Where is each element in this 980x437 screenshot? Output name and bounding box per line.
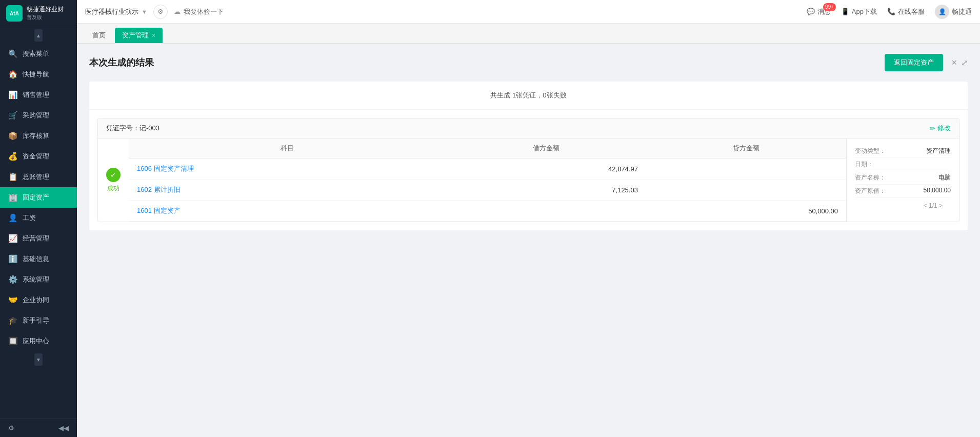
asset-value-label: 资产原值：	[855, 187, 886, 195]
sidebar-item-label: 新手引导	[23, 316, 49, 325]
message-button[interactable]: 💬 消息 99+	[807, 7, 831, 16]
asset-name-value: 电脑	[938, 173, 951, 182]
app-version: 普及版	[27, 14, 64, 21]
sidebar-item-system[interactable]: ⚙️ 系统管理	[0, 269, 77, 290]
page-title: 本次生成的结果	[89, 56, 154, 69]
voucher-edit-button[interactable]: ✏ 修改	[930, 124, 951, 133]
online-service-button[interactable]: 📞 在线客服	[887, 7, 925, 16]
sidebar-item-label: 经营管理	[23, 234, 49, 243]
system-icon: ⚙️	[8, 275, 17, 284]
sidebar-item-finance[interactable]: 💰 资金管理	[0, 146, 77, 167]
sidebar-item-quicknav[interactable]: 🏠 快捷导航	[0, 64, 77, 85]
sidebar-item-label: 总账管理	[23, 172, 49, 182]
sidebar-item-label: 工资	[23, 213, 36, 223]
row1-subject: 1606 固定资产清理	[129, 158, 446, 180]
return-button[interactable]: 返回固定资产	[885, 54, 943, 71]
info-icon: ℹ️	[8, 254, 17, 264]
col-subject: 科目	[129, 138, 446, 158]
side-asset-name: 资产名称： 电脑	[855, 171, 951, 185]
row3-debit	[446, 201, 646, 222]
sidebar-item-search[interactable]: 🔍 搜索菜单	[0, 44, 77, 64]
side-date: 日期：	[855, 158, 951, 171]
app-icon: 🔲	[8, 336, 17, 346]
sidebar-item-inventory[interactable]: 📦 库存核算	[0, 126, 77, 146]
voucher-body: ✓ 成功 科目 借方金额 贷方金额	[98, 138, 959, 222]
sidebar-item-ops[interactable]: 📈 经营管理	[0, 228, 77, 249]
tab-home-label: 首页	[92, 31, 106, 39]
home-icon: 🏠	[8, 70, 17, 79]
user-profile[interactable]: 👤 畅捷通	[935, 5, 972, 19]
collab-icon: 🤝	[8, 295, 17, 305]
sidebar-item-label: 企业协同	[23, 295, 49, 305]
sidebar-collapse-button[interactable]: ◀◀	[58, 424, 69, 432]
sidebar-item-label: 采购管理	[23, 111, 49, 120]
message-icon: 💬	[807, 8, 815, 15]
gear-icon: ⚙	[157, 8, 164, 15]
panel-expand-icon[interactable]: ⤢	[961, 58, 968, 68]
sidebar-item-basic[interactable]: ℹ️ 基础信息	[0, 249, 77, 269]
panel-close-icon[interactable]: ×	[951, 57, 957, 68]
date-label: 日期：	[855, 160, 873, 169]
sidebar-footer: ⚙ ◀◀	[0, 419, 77, 437]
sidebar-header: AtA 畅捷通好业财 普及版	[0, 0, 77, 27]
tab-asset-management[interactable]: 资产管理 ×	[115, 28, 163, 43]
main-wrapper: 医疗器械行业演示 ▼ ⚙ ☁ 我要体验一下 💬 消息 99+ 📱 App下载	[77, 0, 980, 437]
edit-icon: ✏	[930, 125, 935, 132]
sidebar-item-salary[interactable]: 👤 工资	[0, 208, 77, 228]
sidebar-item-appcenter[interactable]: 🔲 应用中心	[0, 331, 77, 351]
sidebar: AtA 畅捷通好业财 普及版 ▲ 🔍 搜索菜单 🏠 快捷导航 📊 销售管理 🛒 …	[0, 0, 77, 437]
app-logo-icon: AtA	[6, 5, 23, 22]
user-name: 畅捷通	[952, 7, 972, 16]
sidebar-settings-button[interactable]: ⚙	[8, 424, 14, 432]
voucher-status-cell: ✓ 成功	[98, 138, 129, 222]
sidebar-scroll-down[interactable]: ▼	[34, 353, 43, 366]
experience-button[interactable]: ☁ 我要体验一下	[174, 7, 224, 16]
tab-close-icon[interactable]: ×	[152, 32, 155, 39]
box-icon: 📦	[8, 131, 17, 141]
success-icon: ✓	[106, 168, 121, 182]
building-icon: 🏢	[8, 193, 17, 202]
voucher-pagination[interactable]: < 1/1 >	[855, 198, 951, 213]
sidebar-item-label: 快捷导航	[23, 70, 49, 79]
sidebar-item-label: 搜索菜单	[23, 49, 49, 58]
app-download-button[interactable]: 📱 App下载	[841, 7, 877, 16]
sidebar-item-label: 基础信息	[23, 254, 49, 264]
ops-icon: 📈	[8, 234, 17, 243]
voucher-section: 凭证字号：记-003 ✏ 修改 ✓ 成功	[97, 118, 959, 222]
sidebar-item-ledger[interactable]: 📋 总账管理	[0, 167, 77, 187]
change-type-label: 变动类型：	[855, 147, 886, 155]
sidebar-item-label: 资金管理	[23, 152, 49, 161]
page-content: 本次生成的结果 返回固定资产 × ⤢ 共生成 1张凭证，0张失败 凭证字号：记-…	[77, 44, 980, 437]
user-icon: 👤	[8, 213, 17, 223]
asset-value-value: 50,000.00	[924, 187, 951, 195]
tab-home[interactable]: 首页	[85, 28, 113, 43]
row1-debit: 42,874.97	[446, 158, 646, 180]
row3-credit: 50,000.00	[646, 201, 846, 222]
sidebar-item-purchase[interactable]: 🛒 采购管理	[0, 105, 77, 126]
sidebar-item-sales[interactable]: 📊 销售管理	[0, 85, 77, 105]
search-icon: 🔍	[8, 49, 17, 58]
gear-button[interactable]: ⚙	[153, 5, 168, 19]
chevron-down-icon: ▼	[142, 9, 147, 15]
download-icon: 📱	[841, 8, 849, 15]
avatar: 👤	[935, 5, 949, 19]
row3-subject: 1601 固定资产	[129, 201, 446, 222]
voucher-header: 凭证字号：记-003 ✏ 修改	[98, 118, 959, 138]
topbar: 医疗器械行业演示 ▼ ⚙ ☁ 我要体验一下 💬 消息 99+ 📱 App下载	[77, 0, 980, 24]
experience-text: 我要体验一下	[184, 7, 224, 16]
app-download-label: App下载	[852, 7, 877, 16]
sidebar-item-label: 库存核算	[23, 131, 49, 141]
sidebar-item-fixedasset[interactable]: 🏢 固定资产	[0, 187, 77, 208]
row2-debit: 7,125.03	[446, 180, 646, 201]
voucher-table: 科目 借方金额 贷方金额 1606 固定资产清理 42,874.97	[129, 138, 846, 222]
company-selector[interactable]: 医疗器械行业演示 ▼	[85, 7, 147, 16]
ledger-icon: 📋	[8, 172, 17, 182]
topbar-right: 💬 消息 99+ 📱 App下载 📞 在线客服 👤 畅捷通	[807, 5, 972, 19]
sidebar-item-label: 应用中心	[23, 336, 49, 346]
cart-icon: 🛒	[8, 111, 17, 120]
tabbar: 首页 资产管理 ×	[77, 24, 980, 44]
change-type-value: 资产清理	[926, 147, 951, 155]
sidebar-item-collab[interactable]: 🤝 企业协同	[0, 290, 77, 310]
sidebar-scroll-up[interactable]: ▲	[34, 29, 43, 42]
sidebar-item-newbie[interactable]: 🎓 新手引导	[0, 310, 77, 331]
